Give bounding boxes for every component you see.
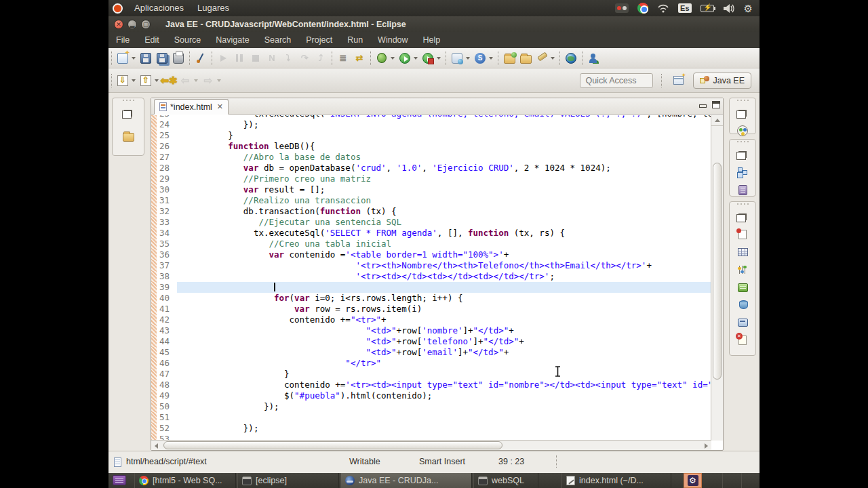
menu-source[interactable]: Source — [167, 32, 209, 48]
code-line-31[interactable]: 31 //Realizo una transaccion — [151, 195, 711, 206]
disconnect-button[interactable]: N — [264, 51, 279, 66]
previous-annotation-button[interactable] — [138, 73, 153, 88]
snippets-view-icon[interactable] — [735, 316, 750, 329]
restore-views-button[interactable] — [735, 148, 750, 161]
highlighter-button[interactable] — [534, 51, 549, 66]
error-log-view-icon[interactable] — [735, 333, 750, 347]
window-close-button[interactable]: ✕ — [114, 20, 123, 29]
last-edit-location-button[interactable]: ⬅✱ — [161, 73, 176, 88]
taskbar-item-eclipse-terminal[interactable]: [eclipse] — [237, 473, 339, 488]
open-perspective-button[interactable] — [671, 73, 686, 88]
new-dropdown[interactable] — [132, 57, 136, 60]
menu-search[interactable]: Search — [257, 32, 299, 48]
scroll-right-arrow[interactable] — [705, 443, 708, 449]
new-web-wizard-button[interactable] — [450, 51, 465, 66]
step-over-button[interactable]: ↷ — [297, 51, 312, 66]
code-line-48[interactable]: 48 contenido +='<tr><td><input type="tex… — [151, 380, 711, 390]
menu-project[interactable]: Project — [298, 32, 340, 48]
code-line-49[interactable]: 49 $("#puebla").html(contenido); — [151, 390, 711, 401]
menu-help[interactable]: Help — [416, 32, 448, 48]
volume-icon[interactable] — [723, 3, 735, 14]
menu-window[interactable]: Window — [370, 32, 415, 48]
new-servlet-button[interactable]: S — [473, 51, 488, 66]
mark-occurrences-button[interactable]: ≣ — [336, 51, 351, 66]
code-area[interactable]: 23 tx.executeSql('INSERT INTO agenda (no… — [151, 115, 711, 441]
new-button[interactable] — [115, 51, 130, 66]
stack-grip[interactable] — [730, 140, 755, 144]
restore-views-button[interactable] — [121, 106, 136, 120]
code-line-41[interactable]: 41 var row = rs.rows.item(i) — [151, 304, 711, 314]
external-tools-button[interactable] — [420, 51, 435, 66]
window-maximize-button[interactable]: ▢ — [141, 20, 151, 29]
code-line-36[interactable]: 36 var contenido ='<table border=1 width… — [151, 249, 711, 260]
data-source-explorer-icon[interactable] — [735, 298, 750, 312]
code-line-26[interactable]: 26 function leeDB(){ — [151, 141, 711, 152]
horizontal-scrollbar[interactable] — [151, 440, 711, 450]
link-with-editor-button[interactable]: ⇄ — [352, 51, 367, 66]
back-dropdown[interactable] — [194, 79, 198, 82]
code-line-27[interactable]: 27 //Abro la base de datos — [151, 152, 711, 163]
code-line-25[interactable]: 25 } — [151, 130, 711, 141]
table-view-icon[interactable] — [735, 245, 750, 259]
code-line-43[interactable]: 43 "<td>"+row['nombre']+"</td>"+ — [151, 325, 711, 336]
places-menu[interactable]: Lugares — [191, 0, 236, 16]
skip-all-breakpoints-button[interactable] — [193, 51, 208, 66]
code-line-33[interactable]: 33 //Ejecutar una sentencia SQL — [151, 217, 711, 228]
properties-view-icon[interactable] — [735, 263, 750, 277]
code-line-39[interactable]: 39 — [151, 282, 711, 293]
battery-icon[interactable] — [701, 5, 714, 12]
window-minimize-button[interactable]: ▂ — [127, 20, 137, 29]
code-line-37[interactable]: 37 '<tr><th>Nombre</th><th>Telefono</th>… — [151, 260, 711, 271]
workspace-switcher-icon[interactable] — [113, 475, 126, 485]
scroll-left-arrow[interactable] — [155, 443, 158, 449]
tab-close-icon[interactable]: ✕ — [217, 102, 223, 111]
new-web-wizard-dropdown[interactable] — [466, 57, 470, 60]
forward-dropdown[interactable] — [217, 79, 221, 82]
save-all-button[interactable] — [155, 51, 170, 66]
quick-access-input[interactable] — [580, 73, 653, 88]
ubuntu-logo-icon[interactable] — [113, 3, 123, 14]
java-ee-perspective-button[interactable]: Java EE — [693, 73, 751, 89]
applications-menu[interactable]: Aplicaciones — [127, 0, 191, 16]
next-annotation-dropdown[interactable] — [132, 79, 136, 82]
terminate-button[interactable] — [248, 51, 263, 66]
forward-button[interactable]: ⇨ — [201, 73, 216, 88]
outline-view-icon[interactable] — [735, 165, 750, 179]
code-line-24[interactable]: 24 }); — [151, 119, 711, 130]
code-line-45[interactable]: 45 "<td>"+row['email']+"</td>"+ — [151, 347, 711, 358]
highlighter-dropdown[interactable] — [551, 57, 555, 60]
previous-annotation-dropdown[interactable] — [155, 79, 159, 82]
code-line-34[interactable]: 34 tx.executeSql('SELECT * FROM agenda',… — [151, 228, 711, 239]
code-line-50[interactable]: 50 }); — [151, 401, 711, 412]
minimize-editor-icon[interactable] — [698, 101, 707, 108]
new-servlet-dropdown[interactable] — [489, 57, 493, 60]
markers-view-icon[interactable] — [735, 228, 750, 241]
menu-run[interactable]: Run — [340, 32, 370, 48]
eclipse-launcher-button[interactable]: ⚙ — [684, 473, 702, 488]
stack-grip[interactable] — [113, 98, 144, 102]
restore-views-button[interactable] — [735, 106, 750, 120]
chrome-icon[interactable] — [637, 3, 648, 14]
taskbar-item-eclipse-active[interactable]: Java EE - CRUDJa... — [340, 473, 472, 488]
wifi-icon[interactable] — [657, 3, 669, 13]
code-line-35[interactable]: 35 //Creo una tabla inicial — [151, 239, 711, 249]
open-resource-button[interactable] — [518, 51, 533, 66]
debug-dropdown[interactable] — [391, 57, 395, 60]
resume-button[interactable] — [216, 51, 231, 66]
horizontal-scrollbar-thumb[interactable] — [163, 441, 502, 449]
taskbar-item-gedit-index-html[interactable]: index.html (~/D... — [561, 473, 671, 488]
code-line-30[interactable]: 30 var result = []; — [151, 184, 711, 195]
code-line-46[interactable]: 46 "</tr>" — [151, 358, 711, 369]
code-line-47[interactable]: 47 } — [151, 369, 711, 380]
vertical-scrollbar-thumb[interactable] — [713, 163, 722, 380]
code-line-29[interactable]: 29 //Primero creo una matriz — [151, 174, 711, 184]
step-into-button[interactable]: ⤵ — [281, 51, 296, 66]
step-return-button[interactable]: ⤴ — [313, 51, 328, 66]
project-explorer-icon[interactable] — [121, 129, 136, 143]
restore-views-button[interactable] — [735, 210, 750, 224]
scroll-up-arrow[interactable] — [711, 115, 723, 126]
vertical-scrollbar[interactable] — [711, 115, 723, 441]
code-line-51[interactable]: 51 — [151, 412, 711, 423]
menu-file[interactable]: File — [108, 32, 137, 48]
palette-view-icon[interactable] — [735, 124, 750, 138]
